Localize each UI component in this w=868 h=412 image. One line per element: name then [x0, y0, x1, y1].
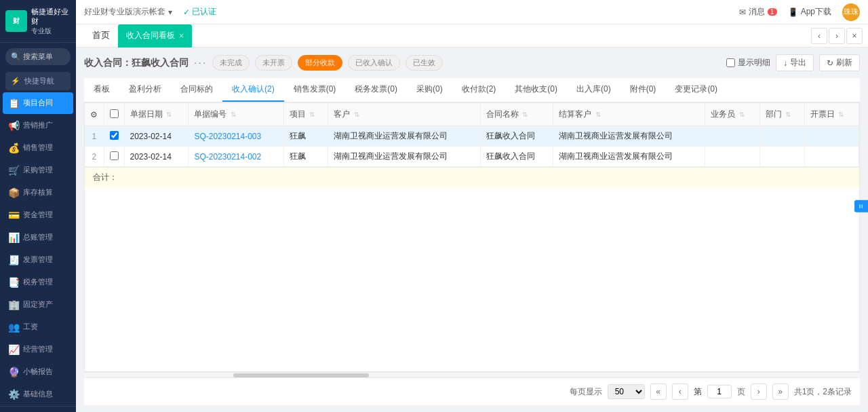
next-page-button[interactable]: ›	[751, 383, 767, 400]
row-invoice-date-2	[804, 147, 859, 167]
sidebar-item-label: 税务管理	[23, 277, 53, 287]
app-download-button[interactable]: 📱 App下载	[788, 6, 831, 18]
status-no-invoice-button[interactable]: 未开票	[255, 55, 292, 71]
settle-col-header: 结算客户 ⇅	[553, 103, 705, 126]
row-invoice-date-1	[804, 126, 859, 147]
sub-tab-合同标的[interactable]: 合同标的	[171, 78, 222, 102]
sidebar-item-general[interactable]: 📊总账管理	[3, 227, 73, 248]
nav-icon: ⚡	[11, 77, 20, 86]
messages-badge: 1	[768, 8, 777, 16]
sub-tab-附件0[interactable]: 附件(0)	[620, 78, 666, 102]
show-detail-checkbox[interactable]	[726, 58, 735, 67]
per-page-select[interactable]: 50 100 200	[608, 384, 645, 399]
data-table-container[interactable]: ⚙ 单据日期 ⇅ 单据编号 ⇅ 项目 ⇅ 客户 ⇅ 合同名称 ⇅ 结算客户 ⇅ …	[84, 102, 860, 372]
tabbar: 首页 收入合同看板 × ‹ › ×	[76, 24, 868, 48]
sub-tab-销售发票0[interactable]: 销售发票(0)	[284, 78, 346, 102]
row-settle-2: 湖南卫视商业运营发展有限公司	[553, 147, 705, 167]
tab-contract-board[interactable]: 收入合同看板 ×	[118, 24, 192, 48]
pagination: 每页显示 50 100 200 « ‹ 第 页 › » 共1页，2条记录	[84, 377, 860, 405]
tab-close-icon[interactable]: ×	[179, 31, 184, 41]
row-checkbox-2[interactable]	[104, 147, 124, 167]
status-incomplete-button[interactable]: 未完成	[212, 55, 250, 71]
row-settle-1: 湖南卫视商业运营发展有限公司	[553, 126, 705, 147]
company-selector[interactable]: 好业财专业版演示帐套 ▾	[84, 6, 172, 18]
sub-tab-税务发票0[interactable]: 税务发票(0)	[345, 78, 407, 102]
sub-tab-其他收支0[interactable]: 其他收支(0)	[505, 78, 567, 102]
inventory-icon: 📦	[8, 187, 19, 198]
sidebar-item-report[interactable]: 🔮小畅报告	[3, 361, 73, 383]
sidebar-item-fixed[interactable]: 🏢固定资产	[3, 294, 73, 316]
tab-next-button[interactable]: ›	[829, 28, 845, 44]
fixed-icon: 🏢	[8, 299, 19, 310]
sales-icon: 💰	[8, 143, 19, 153]
sub-tab-采购0[interactable]: 采购(0)	[407, 78, 452, 102]
logo-area: 财 畅捷通好业财 专业版	[0, 0, 76, 43]
sidebar-item-basic[interactable]: ⚙️基础信息	[3, 383, 73, 405]
table-row[interactable]: 2 2023-02-14 SQ-20230214-002 狂飙 湖南卫视商业运营…	[85, 147, 859, 167]
table-footer: 合计：	[85, 167, 859, 187]
sidebar-item-ops[interactable]: 📈经营管理	[3, 339, 73, 360]
sub-tab-收入确认2[interactable]: 收入确认(2)	[222, 78, 284, 102]
topbar-right: ✉ 消息 1 📱 App下载 珠珠	[739, 3, 860, 21]
messages-button[interactable]: ✉ 消息 1	[739, 6, 777, 18]
project-col-header: 项目 ⇅	[283, 103, 328, 126]
sub-tab-变更记录0[interactable]: 变更记录(0)	[665, 78, 727, 102]
row-code-1[interactable]: SQ-20230214-003	[189, 126, 283, 147]
more-options-button[interactable]: ···	[194, 57, 207, 69]
sub-tab-出入库0[interactable]: 出入库(0)	[567, 78, 620, 102]
sidebar-item-inventory[interactable]: 📦库存核算	[3, 182, 73, 204]
search-menu-button[interactable]: 🔍 搜索菜单	[5, 48, 71, 65]
sidebar-item-purchase[interactable]: 🛒采购管理	[3, 160, 73, 181]
total-label: 合计：	[93, 172, 117, 183]
horizontal-scrollbar[interactable]	[84, 372, 860, 377]
salesperson-col-header: 业务员 ⇅	[705, 103, 760, 126]
sub-tab-收付款2[interactable]: 收付款(2)	[452, 78, 506, 102]
sidebar-item-invoice[interactable]: 🧾发票管理	[3, 249, 73, 271]
status-effective-button[interactable]: 已生效	[406, 55, 443, 71]
sidebar-item-label: 固定资产	[23, 299, 53, 310]
scrollbar-thumb[interactable]	[233, 373, 369, 377]
tab-prev-button[interactable]: ‹	[811, 28, 827, 44]
row-num-2: 2	[85, 147, 104, 167]
data-table: ⚙ 单据日期 ⇅ 单据编号 ⇅ 项目 ⇅ 客户 ⇅ 合同名称 ⇅ 结算客户 ⇅ …	[85, 103, 859, 167]
sidebar-search-area[interactable]: 🔍 搜索菜单	[0, 43, 76, 71]
user-menu[interactable]: 珠珠	[842, 3, 860, 21]
settings-col-header: ⚙	[85, 103, 104, 126]
sidebar-bottom: 📌 取消固定	[0, 406, 76, 412]
show-detail-checkbox-label[interactable]: 显示明细	[726, 57, 770, 69]
refresh-button[interactable]: ↻ 刷新	[819, 54, 860, 71]
sidebar-item-hr[interactable]: 👥工资	[3, 316, 73, 338]
sidebar-item-project[interactable]: 📋项目合同	[3, 92, 73, 114]
sidebar-item-label: 发票管理	[23, 255, 53, 265]
page-number-input[interactable]	[707, 385, 732, 398]
sidebar-item-sales[interactable]: 💰销售管理	[3, 137, 73, 159]
status-confirmed-button[interactable]: 已收入确认	[348, 55, 400, 71]
sidebar-item-label: 营销推广	[23, 120, 53, 130]
tab-close-all-button[interactable]: ×	[846, 28, 863, 44]
export-button[interactable]: ↓ 导出	[776, 54, 814, 71]
tab-home[interactable]: 首页	[84, 24, 118, 48]
first-page-button[interactable]: «	[650, 383, 667, 400]
quick-nav-button[interactable]: ⚡ 快捷导航	[5, 72, 71, 90]
row-checkbox-1[interactable]	[104, 126, 124, 147]
refresh-icon: ↻	[827, 58, 833, 68]
dropdown-icon: ▾	[168, 7, 172, 17]
sub-tab-看板[interactable]: 看板	[84, 78, 119, 102]
table-row[interactable]: 1 2023-02-14 SQ-20230214-003 狂飙 湖南卫视商业运营…	[85, 126, 859, 147]
topbar: 好业财专业版演示帐套 ▾ ✓ 已认证 ✉ 消息 1 📱 App下载 珠珠	[76, 0, 868, 24]
user-avatar: 珠珠	[842, 3, 860, 21]
prev-page-button[interactable]: ‹	[672, 383, 688, 400]
invoice-icon: 🧾	[8, 255, 19, 265]
project-icon: 📋	[8, 98, 19, 109]
export-icon: ↓	[783, 58, 787, 68]
sidebar-item-tax[interactable]: 📑税务管理	[3, 271, 73, 293]
select-all-checkbox[interactable]	[110, 109, 119, 118]
sidebar-item-funds[interactable]: 💳资金管理	[3, 204, 73, 226]
sub-tab-盈利分析[interactable]: 盈利分析	[119, 78, 171, 102]
last-page-button[interactable]: »	[772, 383, 789, 400]
side-panel-button[interactable]: ≡	[854, 200, 868, 212]
status-partial-button[interactable]: 部分收款	[298, 55, 342, 71]
row-project-2: 狂飙	[283, 147, 328, 167]
sidebar-item-marketing[interactable]: 📢营销推广	[3, 115, 73, 136]
row-code-2[interactable]: SQ-20230214-002	[189, 147, 283, 167]
